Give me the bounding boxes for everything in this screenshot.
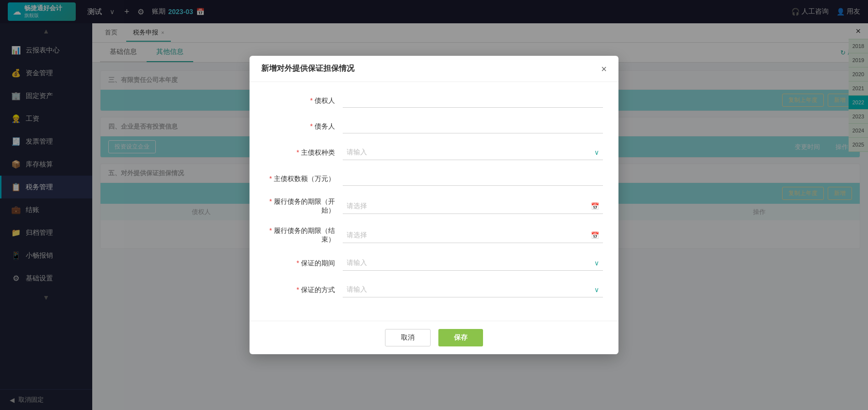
guarantee-period-select[interactable]: 请输入 ∨: [343, 256, 603, 271]
required-indicator: *: [269, 197, 272, 205]
form-row-debtor: * 债务人: [265, 119, 603, 133]
required-indicator: *: [297, 148, 299, 156]
required-indicator: *: [310, 97, 313, 104]
period-start-label: * 履行债务的期限（开始）: [265, 197, 343, 215]
save-button[interactable]: 保存: [438, 329, 483, 346]
modal-close-button[interactable]: ×: [601, 64, 607, 74]
required-indicator: *: [269, 227, 272, 234]
required-indicator: *: [297, 259, 299, 267]
debt-amount-label: * 主债权数额（万元）: [265, 175, 343, 183]
modal-body: * 债权人 * 债务人 * 主债权种类 请输入: [250, 82, 618, 321]
modal-footer: 取消 保存: [250, 321, 618, 354]
required-indicator: *: [310, 122, 313, 130]
guarantee-method-placeholder: 请输入: [347, 285, 594, 294]
period-end-date-picker[interactable]: 请选择 📅: [343, 228, 603, 243]
form-row-debt-amount: * 主债权数额（万元）: [265, 172, 603, 186]
period-end-label: * 履行债务的期限（结束）: [265, 227, 343, 244]
required-indicator: *: [269, 175, 272, 182]
debt-type-select[interactable]: 请输入 ∨: [343, 145, 603, 160]
guarantee-period-label: * 保证的期间: [265, 259, 343, 268]
debtor-input[interactable]: [343, 119, 603, 133]
form-row-period-end: * 履行债务的期限（结束） 请选择 📅: [265, 227, 603, 244]
period-end-placeholder: 请选择: [347, 231, 591, 240]
calendar-end-icon: 📅: [591, 231, 599, 239]
creditor-label: * 债权人: [265, 97, 343, 105]
cancel-button[interactable]: 取消: [385, 329, 431, 346]
period-start-date-picker[interactable]: 请选择 📅: [343, 199, 603, 214]
guarantee-method-chevron-icon: ∨: [594, 286, 599, 294]
debt-type-label: * 主债权种类: [265, 148, 343, 157]
modal-header: 新增对外提供保证担保情况 ×: [250, 56, 618, 82]
guarantee-period-chevron-icon: ∨: [594, 259, 599, 267]
modal-title: 新增对外提供保证担保情况: [261, 64, 354, 74]
form-row-guarantee-period: * 保证的期间 请输入 ∨: [265, 256, 603, 271]
debt-amount-input[interactable]: [343, 172, 603, 186]
form-row-period-start: * 履行债务的期限（开始） 请选择 📅: [265, 197, 603, 215]
debtor-label: * 债务人: [265, 122, 343, 131]
form-row-debt-type: * 主债权种类 请输入 ∨: [265, 145, 603, 160]
creditor-input[interactable]: [343, 94, 603, 108]
guarantee-period-placeholder: 请输入: [347, 259, 594, 267]
debt-type-placeholder: 请输入: [347, 148, 594, 157]
guarantee-method-label: * 保证的方式: [265, 286, 343, 295]
required-indicator: *: [297, 286, 299, 294]
add-guarantee-modal: 新增对外提供保证担保情况 × * 债权人 * 债务人: [250, 56, 618, 354]
calendar-start-icon: 📅: [591, 202, 599, 210]
period-start-placeholder: 请选择: [347, 202, 591, 211]
guarantee-method-select[interactable]: 请输入 ∨: [343, 282, 603, 297]
debt-type-chevron-icon: ∨: [594, 148, 599, 156]
form-row-guarantee-method: * 保证的方式 请输入 ∨: [265, 282, 603, 297]
form-row-creditor: * 债权人: [265, 94, 603, 108]
modal-overlay: 新增对外提供保证担保情况 × * 债权人 * 债务人: [0, 0, 868, 410]
